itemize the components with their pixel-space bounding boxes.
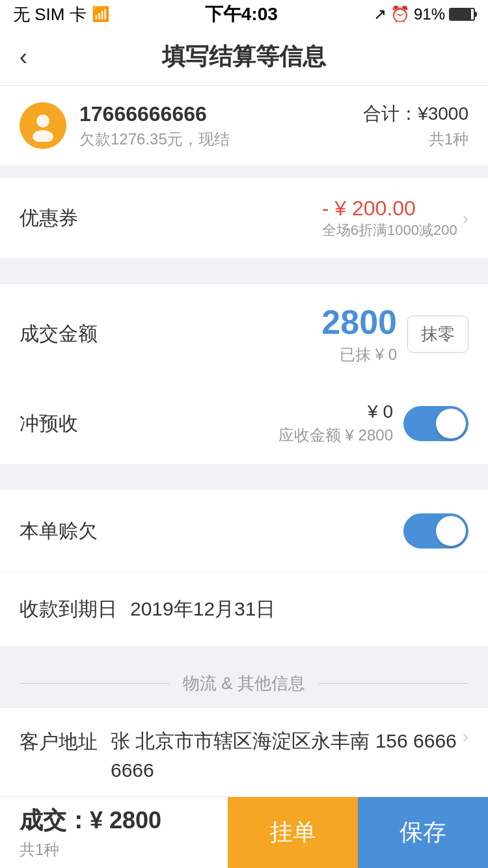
amount-val-wrap: 2800 已抹 ¥ 0 — [321, 303, 397, 365]
divider-2 — [0, 477, 488, 490]
logistics-separator: 物流 & 其他信息 — [0, 659, 488, 708]
date-label: 收款到期日 — [20, 596, 117, 623]
avatar — [20, 102, 66, 149]
precollect-value: ¥ 0 — [278, 401, 393, 422]
bottom-deal-amount: 成交：¥ 2800 — [20, 805, 208, 837]
battery-percent: 91% — [414, 5, 445, 23]
date-section: 收款到期日 2019年12月31日 — [0, 572, 488, 646]
content: 17666666666 欠款1276.35元，现结 合计：¥3000 共1种 优… — [0, 86, 488, 868]
precollect-toggle[interactable] — [403, 406, 468, 441]
debt-toggle[interactable] — [403, 513, 468, 549]
svg-point-0 — [36, 115, 49, 128]
chevron-right-icon: › — [463, 208, 468, 229]
status-left: 无 SIM 卡 📶 — [13, 3, 109, 26]
precollect-label: 冲预收 — [20, 411, 78, 437]
address-label: 客户地址 — [20, 726, 98, 755]
amount-label: 成交金额 — [20, 321, 98, 347]
debt-toggle-knob — [436, 516, 466, 546]
svg-point-1 — [33, 130, 53, 142]
total-amount: 合计：¥3000 — [363, 102, 468, 126]
toggle-knob — [436, 409, 466, 439]
hold-button[interactable]: 挂单 — [228, 797, 358, 869]
alarm-icon: ⏰ — [390, 5, 410, 23]
bottom-count: 共1种 — [20, 839, 208, 860]
amount-zero-sub: 已抹 ¥ 0 — [321, 344, 397, 365]
status-bar: 无 SIM 卡 📶 下午4:03 ↗ ⏰ 91% — [0, 0, 488, 29]
precollect-right: ¥ 0 应收金额 ¥ 2800 — [278, 401, 468, 446]
coupon-right: - ¥ 200.00 全场6折满1000减200 › — [322, 197, 468, 240]
save-button[interactable]: 保存 — [358, 797, 488, 869]
customer-left: 17666666666 欠款1276.35元，现结 — [20, 102, 230, 150]
customer-info: 17666666666 欠款1276.35元，现结 — [79, 102, 230, 150]
back-button[interactable]: ‹ — [13, 37, 34, 77]
coupon-label: 优惠券 — [20, 205, 78, 232]
coupon-value-wrap: - ¥ 200.00 全场6折满1000减200 — [322, 197, 457, 240]
logistics-label: 物流 & 其他信息 — [183, 672, 305, 695]
sep-line-left — [20, 683, 170, 684]
coupon-discount: - ¥ 200.00 — [322, 197, 457, 221]
amount-right: 2800 已抹 ¥ 0 抹零 — [321, 303, 468, 365]
amount-row: 成交金额 2800 已抹 ¥ 0 抹零 — [0, 284, 488, 383]
customer-right: 合计：¥3000 共1种 — [363, 102, 468, 150]
debt-row: 本单赊欠 — [0, 490, 488, 572]
round-zero-button[interactable]: 抹零 — [407, 316, 468, 353]
sep-line-right — [318, 683, 468, 684]
customer-debt: 欠款1276.35元，现结 — [79, 129, 230, 150]
precollect-row: 冲预收 ¥ 0 应收金额 ¥ 2800 — [0, 383, 488, 464]
location-icon: ↗ — [373, 5, 386, 23]
debt-label: 本单赊欠 — [20, 518, 98, 545]
status-time: 下午4:03 — [205, 2, 278, 27]
coupon-row[interactable]: 优惠券 - ¥ 200.00 全场6折满1000减200 › — [0, 178, 488, 258]
address-value: 张 北京市市辖区海淀区永丰南 156 6666 6666 — [111, 726, 463, 785]
customer-phone: 17666666666 — [79, 102, 230, 126]
address-chevron-icon: › — [463, 726, 468, 747]
status-right: ↗ ⏰ 91% — [373, 5, 475, 23]
divider-1 — [0, 271, 488, 284]
deal-amount-value: 2800 — [321, 303, 397, 342]
date-value: 2019年12月31日 — [130, 596, 275, 623]
page-title: 填写结算等信息 — [162, 41, 326, 73]
address-row[interactable]: 客户地址 张 北京市市辖区海淀区永丰南 156 6666 6666 › — [0, 708, 488, 803]
date-row: 收款到期日 2019年12月31日 — [0, 573, 488, 646]
precollect-sub: 应收金额 ¥ 2800 — [278, 425, 393, 446]
bottom-summary: 成交：¥ 2800 共1种 — [0, 805, 228, 860]
customer-card: 17666666666 欠款1276.35元，现结 合计：¥3000 共1种 — [0, 86, 488, 165]
nav-bar: ‹ 填写结算等信息 — [0, 29, 488, 86]
coupon-sub: 全场6折满1000减200 — [322, 221, 457, 240]
precollect-val-wrap: ¥ 0 应收金额 ¥ 2800 — [278, 401, 393, 446]
deal-amount-section: 成交金额 2800 已抹 ¥ 0 抹零 冲预收 ¥ 0 应收金额 ¥ 2800 — [0, 284, 488, 464]
bottom-bar: 成交：¥ 2800 共1种 挂单 保存 — [0, 796, 488, 868]
coupon-section: 优惠券 - ¥ 200.00 全场6折满1000减200 › — [0, 178, 488, 258]
total-count: 共1种 — [363, 129, 468, 150]
battery-icon — [449, 8, 475, 21]
carrier-text: 无 SIM 卡 — [13, 3, 87, 26]
wifi-icon: 📶 — [92, 6, 109, 23]
